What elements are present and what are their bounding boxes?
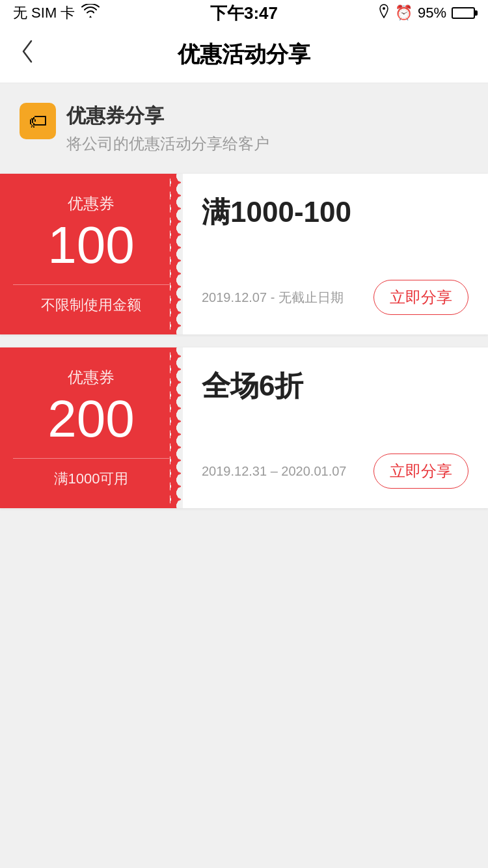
page-bottom — [0, 528, 488, 853]
coupon-footer: 2019.12.31 – 2020.01.07 立即分享 — [202, 454, 468, 489]
coupon-condition: 满1000可用 — [54, 469, 129, 489]
nav-bar: 优惠活动分享 — [0, 26, 488, 83]
section-title: 优惠券分享 — [66, 103, 269, 129]
back-button[interactable] — [20, 38, 35, 70]
coupon-date: 2019.12.07 - 无截止日期 — [202, 289, 344, 306]
coupon-label: 优惠券 — [68, 193, 115, 214]
coupon-amount: 200 — [47, 393, 134, 445]
svg-point-0 — [383, 7, 385, 10]
coupon-amount: 100 — [47, 219, 134, 271]
status-right: ⏰ 95% — [378, 4, 475, 22]
status-left: 无 SIM 卡 — [13, 3, 100, 23]
share-button[interactable]: 立即分享 — [373, 454, 468, 489]
page-title: 优惠活动分享 — [178, 40, 310, 70]
coupon-right: 全场6折 2019.12.31 – 2020.01.07 立即分享 — [182, 347, 488, 508]
coupon-divider — [13, 458, 169, 459]
battery-icon — [452, 7, 475, 19]
coupon-card: 优惠券 200 满1000可用 全场6折 2019.12.31 – 2020.0… — [0, 347, 488, 508]
coupon-name: 全场6折 — [202, 367, 468, 405]
coupon-label: 优惠券 — [68, 367, 115, 388]
location-icon — [378, 4, 390, 22]
coupon-left: 优惠券 200 满1000可用 — [0, 347, 182, 508]
status-bar: 无 SIM 卡 下午3:47 ⏰ 95% — [0, 0, 488, 26]
coupon-left: 优惠券 100 不限制使用金额 — [0, 174, 182, 334]
coupon-list: 优惠券 100 不限制使用金额 满1000-100 2019.12.07 - 无… — [0, 167, 488, 528]
carrier-text: 无 SIM 卡 — [13, 3, 75, 23]
section-text: 优惠券分享 将公司的优惠活动分享给客户 — [66, 103, 269, 154]
battery-percent: 95% — [418, 5, 446, 21]
wifi-icon — [81, 4, 100, 22]
coupon-name: 满1000-100 — [202, 193, 468, 232]
coupon-right: 满1000-100 2019.12.07 - 无截止日期 立即分享 — [182, 174, 488, 334]
section-subtitle: 将公司的优惠活动分享给客户 — [66, 133, 269, 154]
section-header: 🏷 优惠券分享 将公司的优惠活动分享给客户 — [0, 83, 488, 167]
coupon-footer: 2019.12.07 - 无截止日期 立即分享 — [202, 280, 468, 315]
coupon-date: 2019.12.31 – 2020.01.07 — [202, 464, 346, 479]
coupon-divider — [13, 284, 169, 285]
section-icon: 🏷 — [20, 103, 56, 139]
coupon-card: 优惠券 100 不限制使用金额 满1000-100 2019.12.07 - 无… — [0, 174, 488, 334]
clock-icon: ⏰ — [395, 5, 413, 21]
coupon-condition: 不限制使用金额 — [41, 295, 141, 315]
status-time: 下午3:47 — [210, 2, 278, 25]
share-button[interactable]: 立即分享 — [373, 280, 468, 315]
